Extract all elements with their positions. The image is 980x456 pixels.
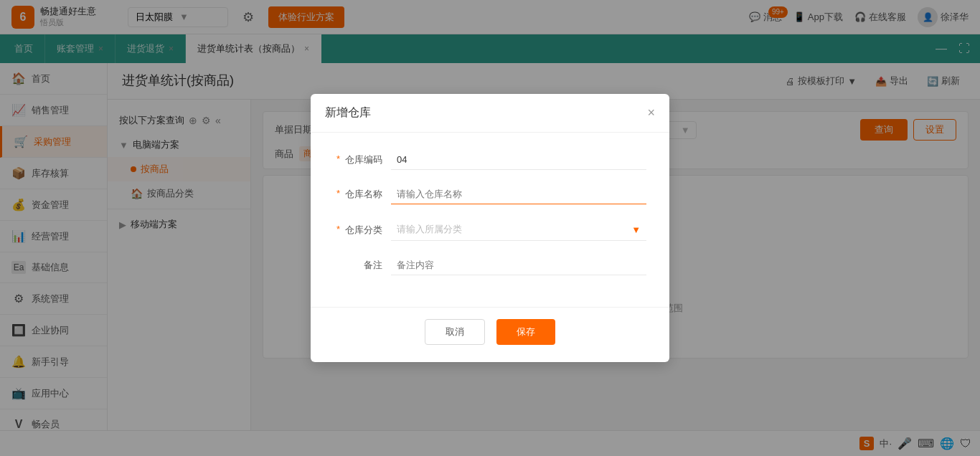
name-label: 仓库名称 <box>334 188 391 201</box>
cancel-button[interactable]: 取消 <box>425 319 485 345</box>
name-input[interactable] <box>391 184 646 204</box>
modal-title: 新增仓库 <box>325 105 371 120</box>
note-label: 备注 <box>334 259 391 272</box>
add-warehouse-modal: 新增仓库 × 仓库编码 仓库名称 仓库分类 请输入所属分类 ▼ <box>311 94 669 362</box>
modal-close-icon[interactable]: × <box>647 105 655 120</box>
save-button[interactable]: 保存 <box>496 319 555 345</box>
note-input[interactable] <box>391 255 646 275</box>
category-arrow-icon: ▼ <box>631 224 641 235</box>
modal-overlay: 新增仓库 × 仓库编码 仓库名称 仓库分类 请输入所属分类 ▼ <box>0 0 980 456</box>
form-row-note: 备注 <box>334 255 646 275</box>
form-row-code: 仓库编码 <box>334 150 646 170</box>
category-select[interactable]: 请输入所属分类 ▼ <box>391 219 646 241</box>
category-placeholder: 请输入所属分类 <box>397 223 462 236</box>
form-row-category: 仓库分类 请输入所属分类 ▼ <box>334 219 646 241</box>
form-row-name: 仓库名称 <box>334 184 646 204</box>
code-label: 仓库编码 <box>334 153 391 166</box>
category-label: 仓库分类 <box>334 224 391 237</box>
modal-body: 仓库编码 仓库名称 仓库分类 请输入所属分类 ▼ 备注 <box>311 133 669 307</box>
modal-footer: 取消 保存 <box>311 307 669 362</box>
code-input[interactable] <box>391 150 646 170</box>
modal-header: 新增仓库 × <box>311 94 669 133</box>
